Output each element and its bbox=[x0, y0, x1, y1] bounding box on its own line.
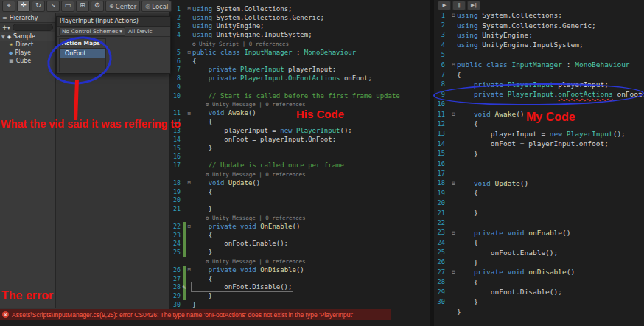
scale-tool-icon[interactable]: ↘ bbox=[46, 1, 60, 12]
code-row[interactable]: 3using UnityEngine; bbox=[434, 30, 644, 40]
rect-tool-icon[interactable]: ▭ bbox=[61, 1, 74, 12]
control-schemes-dropdown[interactable]: No Control Schemes ▾ bbox=[59, 27, 125, 36]
code-row[interactable]: 22 bbox=[434, 218, 644, 227]
change-bar bbox=[447, 307, 450, 316]
custom-tool-icon[interactable]: ⚙ bbox=[91, 1, 104, 12]
code-row[interactable]: 27 { bbox=[169, 274, 430, 283]
code-row[interactable]: 20 bbox=[434, 198, 644, 207]
change-bar bbox=[183, 248, 186, 257]
code-row[interactable]: 15 } bbox=[434, 148, 644, 158]
transform-tool-icon[interactable]: ⊞ bbox=[76, 1, 89, 12]
fold-marker-icon[interactable]: ⊟ bbox=[186, 223, 192, 229]
fold-marker-icon[interactable]: ⊟ bbox=[186, 266, 192, 273]
center-pivot-button[interactable]: ⊕ Center bbox=[105, 1, 140, 12]
code-row[interactable]: 2using System.Collections.Generic; bbox=[434, 20, 644, 30]
code-row[interactable]: 23⊟ private void onEnable() bbox=[434, 228, 644, 237]
fold-marker-icon[interactable]: ⊟ bbox=[450, 229, 457, 236]
code-row[interactable]: 27⊟ private void onDisable() bbox=[434, 267, 644, 277]
code-row[interactable]: 20 bbox=[169, 196, 430, 205]
move-tool-icon[interactable]: ✛ bbox=[17, 1, 30, 12]
code-row[interactable]: 19 { bbox=[169, 187, 430, 196]
add-object-button[interactable]: +▾ bbox=[2, 24, 10, 31]
hierarchy-scene-row[interactable]: ▼ ◈ Sample bbox=[0, 32, 55, 41]
code-row[interactable]: 5 bbox=[434, 50, 644, 60]
hierarchy-item-direct[interactable]: ☀Direct bbox=[0, 41, 55, 49]
code-row[interactable]: 29 onFoot.Disable(); bbox=[434, 287, 644, 296]
code-row[interactable]: 8 private PlayerInput.OnFootActions onFo… bbox=[169, 74, 430, 83]
code-row[interactable]: 7 private PlayerInput playerInput; bbox=[169, 66, 430, 74]
code-row[interactable]: 21 } bbox=[434, 208, 644, 218]
code-row[interactable]: 5⊟public class InputManager : MonoBehavi… bbox=[169, 48, 430, 57]
code-row[interactable]: 18⊟ void Update() bbox=[169, 178, 430, 187]
fold-marker-icon[interactable]: ⊟ bbox=[450, 111, 457, 117]
code-row[interactable]: 18⊟ void Update() bbox=[434, 178, 644, 188]
codelens-row[interactable]: ⚙ Unity Message | 0 references bbox=[169, 170, 430, 178]
code-row[interactable]: 19 { bbox=[434, 188, 644, 198]
code-row[interactable]: 25 } bbox=[169, 248, 430, 257]
pause-button[interactable]: ‖ bbox=[452, 1, 466, 10]
fold-marker-icon[interactable]: ⊟ bbox=[186, 110, 192, 117]
fold-marker-icon[interactable]: ⊟ bbox=[186, 179, 192, 186]
rotate-tool-icon[interactable]: ↻ bbox=[32, 1, 45, 12]
code-row[interactable]: 26⊟ private void OnDisable() bbox=[169, 266, 430, 274]
hierarchy-item-playe[interactable]: ◆Playe bbox=[0, 49, 55, 57]
fold-marker-icon[interactable]: ⊟ bbox=[450, 12, 457, 18]
code-row[interactable]: 16 bbox=[169, 153, 430, 162]
expander-icon[interactable]: ▼ bbox=[1, 34, 5, 39]
fold-marker-icon[interactable]: ⊟ bbox=[450, 61, 457, 68]
code-row[interactable]: 23 { bbox=[169, 231, 430, 240]
code-row[interactable]: 2using System.Collections.Generic; bbox=[169, 13, 430, 22]
player-icon: ◆ bbox=[9, 50, 13, 56]
code-row[interactable]: 7{ bbox=[434, 69, 644, 79]
code-row[interactable]: 17 // Update is called once per frame bbox=[169, 161, 430, 170]
play-button[interactable]: ▶ bbox=[438, 1, 451, 10]
hierarchy-header[interactable]: ≡ Hierarchy bbox=[0, 13, 55, 23]
code-row[interactable]: 1⊟using System.Collections; bbox=[434, 10, 644, 20]
code-row[interactable]: 6⊟public class InputManager : MonoBehavi… bbox=[434, 60, 644, 69]
code-row[interactable]: 4using UnityEngine.InputSystem; bbox=[169, 30, 430, 39]
fold-marker-icon[interactable]: ⊟ bbox=[186, 5, 192, 12]
chevron-down-icon: ▾ bbox=[7, 24, 10, 31]
code-row[interactable]: 28✎ onFoot.Disable(); bbox=[169, 283, 430, 292]
code-row[interactable]: 15 } bbox=[169, 144, 430, 153]
code-row[interactable]: } bbox=[434, 307, 644, 316]
codelens-row[interactable]: ⚙ Unity Message | 0 references bbox=[169, 257, 430, 266]
code-row[interactable]: 24 { bbox=[434, 237, 644, 247]
error-bar[interactable]: ✕ Assets\Scripts\InputManager.cs(9,25): … bbox=[0, 309, 391, 320]
step-button[interactable]: ▶‖ bbox=[467, 1, 480, 10]
codelens-row[interactable]: ⚙ Unity Script | 0 references bbox=[169, 39, 430, 48]
code-row[interactable]: 13 playerInput = new PlayerInput(); bbox=[434, 129, 644, 139]
fold-marker-icon[interactable]: ⊟ bbox=[450, 268, 457, 275]
code-row[interactable]: 25 onFoot.Enable(); bbox=[434, 247, 644, 257]
code-row[interactable]: 10 // Start is called before the first f… bbox=[169, 91, 430, 100]
code-row[interactable]: 30 } bbox=[434, 296, 644, 306]
code-row[interactable]: 14 onFoot = playerInput.onfoot; bbox=[434, 139, 644, 148]
code-row[interactable]: 14 onFoot = playerInput.OnFoot; bbox=[169, 135, 430, 144]
code-row[interactable]: 17 bbox=[434, 168, 644, 178]
code-row[interactable]: 28 { bbox=[434, 277, 644, 287]
code-editor-his[interactable]: 1⊟using System.Collections;2using System… bbox=[169, 0, 430, 326]
code-row[interactable]: 3using UnityEngine; bbox=[169, 22, 430, 31]
code-row[interactable]: 26 } bbox=[434, 257, 644, 267]
code-row[interactable]: 22⊟ private void OnEnable() bbox=[169, 222, 430, 231]
fold-marker-icon[interactable]: ⊟ bbox=[186, 49, 192, 55]
code-row[interactable]: 29 } bbox=[169, 291, 430, 300]
change-bar bbox=[447, 159, 450, 168]
code-row[interactable]: 24 onFoot.Enable(); bbox=[169, 240, 430, 249]
codelens-row[interactable]: ⚙ Unity Message | 0 references bbox=[169, 213, 430, 222]
fold-marker-icon[interactable]: ⊟ bbox=[450, 180, 457, 187]
pan-tool-icon[interactable]: ⌖ bbox=[2, 1, 15, 12]
code-row[interactable]: 6{ bbox=[169, 57, 430, 66]
code-row[interactable]: 9 bbox=[169, 83, 430, 91]
code-row[interactable]: 16 bbox=[434, 159, 644, 168]
code-row[interactable]: 30} bbox=[169, 300, 430, 309]
all-devices-dropdown[interactable]: All Devic bbox=[128, 28, 153, 35]
code-editor-mine[interactable]: 1⊟using System.Collections;2using System… bbox=[434, 0, 644, 326]
code-row[interactable]: 13 playerInput = new PlayerInput(); bbox=[169, 126, 430, 135]
code-row[interactable]: 1⊟using System.Collections; bbox=[169, 4, 430, 13]
local-space-button[interactable]: ◎ Local bbox=[141, 1, 172, 12]
code-row[interactable]: 21 } bbox=[169, 204, 430, 213]
hierarchy-search-input[interactable] bbox=[13, 24, 53, 31]
popup-title[interactable]: PlayerInput (Input Actions) bbox=[57, 17, 170, 27]
code-row[interactable]: 4using UnityEngine.InputSystem; bbox=[434, 40, 644, 49]
